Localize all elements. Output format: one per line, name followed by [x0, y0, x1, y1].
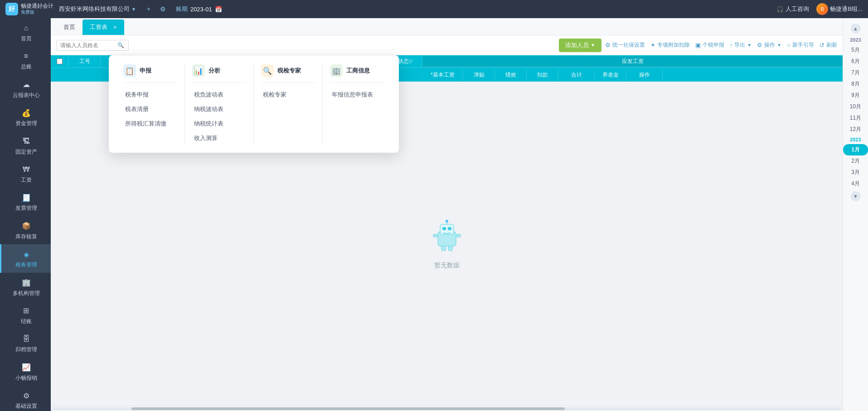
- menu-item-tax-declare[interactable]: 税务申报: [123, 87, 177, 102]
- menu-item-tax-expert[interactable]: 税检专家: [261, 87, 315, 102]
- dropdown-section-title-shenba: 📋 申报: [123, 63, 177, 83]
- dropdown-section-fenxi: 📊 分析 税负波动表 纳税波动表 纳税统计表 收入测算: [185, 63, 254, 145]
- shenba-icon: 📋: [123, 64, 136, 77]
- menu-item-tax-annual[interactable]: 所得税汇算清缴: [123, 116, 177, 131]
- menu-item-tax-list[interactable]: 税表清册: [123, 102, 177, 116]
- gongshang-icon: 🏢: [330, 64, 343, 77]
- dropdown-section-shenba: 📋 申报 税务申报 税表清册 所得税汇算清缴: [116, 63, 185, 145]
- menu-item-tax-burden[interactable]: 税负波动表: [192, 87, 246, 102]
- menu-item-annual-report[interactable]: 年报信息申报表: [330, 87, 384, 102]
- menu-item-tax-payment[interactable]: 纳税波动表: [192, 102, 246, 116]
- dropdown-section-title-gongshang: 🏢 工商信息: [330, 63, 384, 83]
- gongshang-title: 工商信息: [346, 67, 370, 75]
- shuijian-icon: 🔍: [261, 64, 274, 77]
- dropdown-section-shuijian: 🔍 税检专家 税检专家: [254, 63, 323, 145]
- dropdown-section-title-shuijian: 🔍 税检专家: [261, 63, 315, 83]
- dropdown-section-gongshang: 🏢 工商信息 年报信息申报表: [323, 63, 392, 145]
- shuijian-title: 税检专家: [277, 67, 301, 75]
- shenba-title: 申报: [140, 67, 151, 75]
- fenxi-title: 分析: [209, 67, 220, 75]
- menu-item-income-calc[interactable]: 收入测算: [192, 131, 246, 145]
- tax-dropdown-menu: 📋 申报 税务申报 税表清册 所得税汇算清缴 📊 分析 税负波动表 纳税波动表 …: [109, 55, 399, 153]
- fenxi-icon: 📊: [192, 64, 205, 77]
- menu-item-tax-stats[interactable]: 纳税统计表: [192, 116, 246, 131]
- dropdown-section-title-fenxi: 📊 分析: [192, 63, 246, 83]
